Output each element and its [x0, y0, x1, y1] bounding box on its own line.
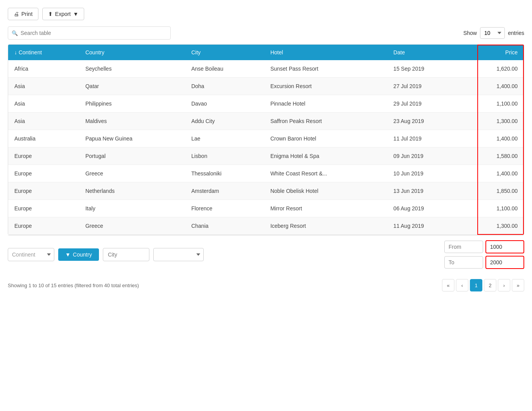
cell-country: Netherlands: [79, 182, 185, 200]
export-dropdown-icon: ▼: [73, 11, 78, 17]
table-row: EuropeGreeceChaniaIceberg Resort11 Aug 2…: [8, 217, 524, 235]
cell-country: Portugal: [79, 147, 185, 165]
price-from-row: [444, 240, 524, 253]
search-input[interactable]: [8, 26, 171, 40]
sort-asc-icon: ↓: [14, 49, 19, 55]
cell-hotel: Mirror Resort: [264, 200, 387, 217]
print-label: Print: [21, 11, 33, 17]
cell-hotel: Excursion Resort: [264, 78, 387, 95]
col-continent[interactable]: ↓ Continent: [8, 45, 79, 60]
table-wrapper: ↓ Continent Country City Hotel Date Pric…: [8, 44, 524, 235]
export-label: Export: [55, 11, 71, 17]
cell-price: 1,850.00: [464, 182, 524, 200]
col-price: Price: [464, 45, 524, 60]
cell-country: Qatar: [79, 78, 185, 95]
first-page-button[interactable]: «: [442, 279, 454, 291]
cell-city: Doha: [185, 78, 264, 95]
cell-city: Anse Boileau: [185, 60, 264, 78]
cell-city: Florence: [185, 200, 264, 217]
cell-price: 1,620.00: [464, 60, 524, 78]
cell-country: Greece: [79, 217, 185, 235]
cell-country: Philippines: [79, 95, 185, 113]
page-2-button[interactable]: 2: [484, 279, 496, 291]
cell-city: Lisbon: [185, 147, 264, 165]
cell-country: Seychelles: [79, 60, 185, 78]
search-icon: 🔍: [12, 30, 18, 36]
table-row: AsiaPhilippinesDavaoPinnacle Hotel29 Jul…: [8, 95, 524, 113]
cell-continent: Europe: [8, 182, 79, 200]
cell-continent: Asia: [8, 113, 79, 130]
print-button[interactable]: 🖨 Print: [8, 8, 38, 20]
cell-country: Papua New Guinea: [79, 130, 185, 147]
country-filter-label: Country: [73, 251, 92, 258]
show-label: Show: [463, 30, 477, 36]
export-button[interactable]: ⬆ Export ▼: [42, 8, 84, 20]
table-row: EuropeItalyFlorenceMirror Resort06 Aug 2…: [8, 200, 524, 217]
table-row: EuropePortugalLisbonEnigma Hotel & Spa09…: [8, 147, 524, 165]
cell-date: 29 Jul 2019: [387, 95, 464, 113]
hotel-filter[interactable]: [153, 248, 204, 261]
prev-page-button[interactable]: ‹: [456, 279, 468, 291]
next-page-button[interactable]: ›: [498, 279, 510, 291]
cell-continent: Europe: [8, 200, 79, 217]
col-city: City: [185, 45, 264, 60]
cell-price: 1,100.00: [464, 200, 524, 217]
cell-continent: Europe: [8, 165, 79, 182]
cell-country: Greece: [79, 165, 185, 182]
cell-hotel: Pinnacle Hotel: [264, 95, 387, 113]
cell-price: 1,400.00: [464, 78, 524, 95]
col-country: Country: [79, 45, 185, 60]
cell-hotel: Saffron Peaks Resort: [264, 113, 387, 130]
price-from-input[interactable]: [485, 240, 524, 253]
filters-row: Continent ▼ Country: [8, 235, 524, 274]
cell-continent: Europe: [8, 217, 79, 235]
cell-continent: Australia: [8, 130, 79, 147]
toolbar: 🖨 Print ⬆ Export ▼: [8, 8, 524, 20]
cell-country: Italy: [79, 200, 185, 217]
cell-price: 1,400.00: [464, 130, 524, 147]
table-row: AfricaSeychellesAnse BoileauSunset Pass …: [8, 60, 524, 78]
pagination-row: Showing 1 to 10 of 15 entries (filtered …: [8, 274, 524, 293]
table-body: AfricaSeychellesAnse BoileauSunset Pass …: [8, 60, 524, 235]
cell-date: 09 Jun 2019: [387, 147, 464, 165]
data-table: ↓ Continent Country City Hotel Date Pric…: [8, 45, 524, 235]
cell-date: 15 Sep 2019: [387, 60, 464, 78]
cell-price: 1,580.00: [464, 147, 524, 165]
cell-hotel: Sunset Pass Resort: [264, 60, 387, 78]
export-icon: ⬆: [48, 11, 53, 17]
city-filter-input[interactable]: [103, 248, 149, 261]
cell-hotel: Enigma Hotel & Spa: [264, 147, 387, 165]
price-from-label: [444, 241, 483, 253]
pagination-controls: « ‹ 1 2 › »: [442, 279, 524, 291]
table-row: EuropeNetherlandsAmsterdamNoble Obelisk …: [8, 182, 524, 200]
country-filter-button[interactable]: ▼ Country: [58, 248, 99, 261]
continent-filter[interactable]: Continent: [8, 248, 54, 261]
entries-select[interactable]: 10 25 50 100: [480, 27, 505, 39]
col-date: Date: [387, 45, 464, 60]
price-to-input[interactable]: [485, 256, 524, 269]
cell-hotel: Noble Obelisk Hotel: [264, 182, 387, 200]
cell-city: Amsterdam: [185, 182, 264, 200]
cell-date: 27 Jul 2019: [387, 78, 464, 95]
price-to-label: [444, 256, 483, 269]
page-1-button[interactable]: 1: [470, 279, 482, 291]
cell-city: Addu City: [185, 113, 264, 130]
cell-date: 11 Aug 2019: [387, 217, 464, 235]
cell-date: 13 Jun 2019: [387, 182, 464, 200]
cell-date: 23 Aug 2019: [387, 113, 464, 130]
cell-continent: Asia: [8, 95, 79, 113]
cell-hotel: White Coast Resort &...: [264, 165, 387, 182]
cell-price: 1,100.00: [464, 95, 524, 113]
cell-price: 1,400.00: [464, 165, 524, 182]
table-row: AsiaMaldivesAddu CitySaffron Peaks Resor…: [8, 113, 524, 130]
last-page-button[interactable]: »: [512, 279, 524, 291]
cell-hotel: Iceberg Resort: [264, 217, 387, 235]
cell-hotel: Crown Baron Hotel: [264, 130, 387, 147]
table-header: ↓ Continent Country City Hotel Date Pric…: [8, 45, 524, 60]
pagination-info: Showing 1 to 10 of 15 entries (filtered …: [8, 283, 139, 288]
cell-price: 1,300.00: [464, 217, 524, 235]
cell-country: Maldives: [79, 113, 185, 130]
price-range-section: [444, 240, 524, 269]
search-row: 🔍 Show 10 25 50 100 entries: [8, 26, 524, 40]
entries-label: entries: [508, 30, 524, 36]
